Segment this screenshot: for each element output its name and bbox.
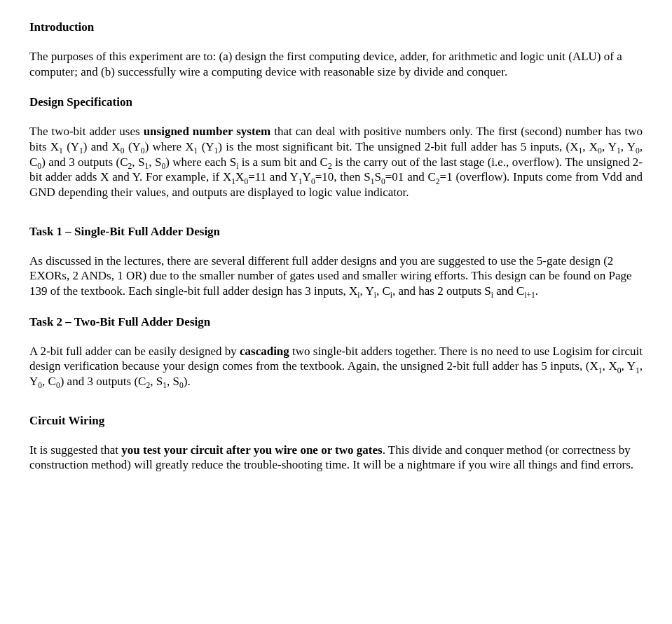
subscript: 1: [371, 177, 375, 186]
text-run: , and has 2 outputs S: [392, 284, 491, 298]
text-run: It is suggested that: [29, 443, 121, 457]
text-run: , S: [132, 155, 144, 169]
text-run: , C: [376, 284, 390, 298]
text-run: and C: [493, 284, 524, 298]
subscript: 0: [244, 177, 248, 186]
bold-run: you test your circuit after you wire one…: [121, 443, 382, 457]
subscript: 0: [311, 177, 315, 186]
subscript: 1: [617, 146, 621, 155]
heading-task1: Task 1 – Single-Bit Full Adder Design: [29, 224, 643, 240]
text-run: X: [235, 170, 244, 183]
subscript: 1: [194, 146, 198, 155]
subscript: 0: [179, 381, 184, 390]
subscript: i: [374, 291, 376, 300]
subscript: 2: [328, 162, 332, 171]
text-run: , C: [42, 375, 56, 388]
text-run: As discussed in the lectures, there are …: [29, 254, 632, 298]
subscript: 0: [121, 146, 125, 155]
subscript: 0: [38, 381, 42, 390]
bold-run: unsigned number system: [144, 125, 271, 138]
subscript: 2: [146, 381, 150, 390]
subscript: 0: [617, 366, 622, 375]
text-run: The two-bit adder uses: [29, 125, 144, 138]
subscript: 0: [141, 146, 145, 155]
text-run: , S: [149, 155, 161, 169]
subscript: i+1: [524, 291, 535, 300]
heading-design-spec: Design Specification: [29, 95, 643, 110]
paragraph-intro: The purposes of this experiment are to: …: [29, 49, 643, 80]
text-run: ).: [184, 375, 191, 388]
text-run: , Y: [621, 359, 636, 373]
text-run: A 2-bit full adder can be easily designe…: [29, 345, 240, 358]
text-run: =10, then S: [315, 170, 371, 183]
subscript: 1: [144, 162, 149, 171]
text-run: , Y: [360, 284, 374, 298]
text-run: .: [535, 284, 538, 298]
text-run: ) is the most significant bit. The unsig…: [218, 140, 578, 153]
subscript: i: [491, 291, 493, 300]
subscript: 1: [231, 177, 235, 186]
subscript: 0: [161, 162, 165, 171]
text-run: (Y: [198, 140, 214, 153]
subscript: 0: [56, 381, 60, 390]
text-run: (Y: [125, 140, 141, 153]
subscript: 2: [436, 177, 440, 186]
paragraph-task2: A 2-bit full adder can be easily designe…: [29, 344, 643, 389]
text-run: The purposes of this experiment are to: …: [29, 50, 622, 78]
subscript: i: [236, 162, 238, 171]
subscript: 0: [598, 146, 602, 155]
heading-introduction: Introduction: [29, 20, 643, 35]
heading-circuit-wiring: Circuit Wiring: [29, 413, 643, 429]
subscript: 1: [59, 146, 63, 155]
text-run: , X: [582, 140, 598, 153]
subscript: 1: [79, 146, 83, 155]
subscript: 1: [299, 177, 303, 186]
subscript: 0: [37, 162, 41, 171]
paragraph-circuit-wiring: It is suggested that you test your circu…: [29, 443, 643, 473]
text-run: ) and X: [83, 140, 121, 153]
subscript: 1: [214, 146, 219, 155]
text-run: , X: [603, 359, 617, 373]
text-run: (Y: [63, 140, 79, 153]
text-run: S: [375, 170, 381, 183]
text-run: , S: [150, 375, 163, 388]
subscript: 0: [381, 177, 385, 186]
text-run: =01 and C: [385, 170, 436, 183]
subscript: 1: [636, 366, 640, 375]
text-run: ) and 3 outputs (C: [41, 155, 128, 169]
subscript: i: [390, 291, 392, 300]
subscript: i: [357, 291, 359, 300]
subscript: 0: [636, 146, 640, 155]
text-run: Y: [303, 170, 311, 183]
text-run: , Y: [602, 140, 617, 153]
subscript: 2: [128, 162, 132, 171]
document-page: Introduction The purposes of this experi…: [0, 0, 672, 624]
heading-task2: Task 2 – Two-Bit Full Adder Design: [29, 314, 643, 330]
subscript: 1: [163, 381, 167, 390]
paragraph-task1: As discussed in the lectures, there are …: [29, 254, 643, 299]
text-run: ) where each S: [165, 155, 236, 169]
text-run: is a sum bit and C: [238, 155, 328, 169]
text-run: ) and 3 outputs (C: [60, 375, 146, 388]
bold-run: cascading: [240, 345, 289, 358]
text-run: , Y: [621, 140, 636, 153]
text-run: , S: [167, 375, 179, 388]
text-run: ) where X: [145, 140, 194, 153]
text-run: =11 and Y: [248, 170, 299, 183]
subscript: 1: [598, 366, 603, 375]
subscript: 1: [579, 146, 583, 155]
paragraph-design-spec: The two-bit adder uses unsigned number s…: [29, 124, 643, 200]
